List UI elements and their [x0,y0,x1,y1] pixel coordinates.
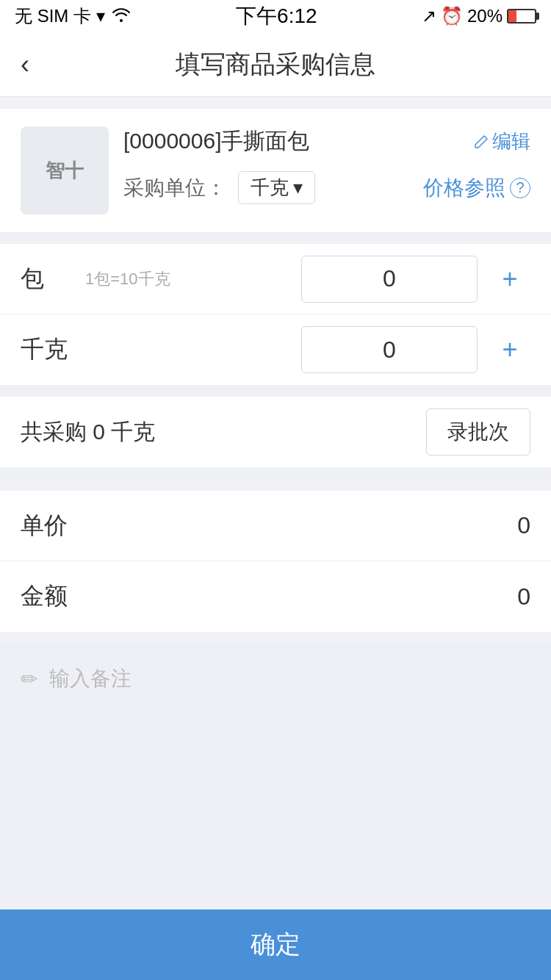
battery-percent: 20% [467,6,503,26]
plus-btn-bao[interactable]: + [489,259,530,300]
pencil-icon: ✏ [21,667,37,691]
row-sublabel-bao: 1包=10千克 [85,268,170,290]
page-title: 填写商品采购信息 [176,48,375,82]
product-image-text: 智十 [46,158,84,184]
record-batch-button[interactable]: 录批次 [426,408,530,455]
location-icon: ↗ [422,6,436,26]
back-button[interactable]: ‹ [21,49,29,80]
price-value-amount: 0 [517,583,530,610]
confirm-button-label: 确定 [251,928,300,962]
confirm-button[interactable]: 确定 [0,909,551,980]
product-image: 智十 [21,126,109,215]
price-ref-label: 价格参照 [423,174,505,202]
price-row-amount: 金额 0 [0,561,551,632]
product-name: [0000006]手撕面包 [123,126,309,156]
note-section[interactable]: ✏ 输入备注 [0,644,551,714]
price-row-unit: 单价 0 [0,491,551,561]
unit-select[interactable]: 千克 ▾ [238,171,315,204]
quantity-section: 包 1包=10千克 + 千克 + [0,244,551,385]
quantity-row-kg: 千克 + [0,314,551,385]
section-divider-2 [0,385,551,397]
price-label-amount: 金额 [21,580,68,613]
total-row: 共采购 0 千克 录批次 [0,397,551,467]
battery-icon [507,9,536,24]
product-card: 智十 [0000006]手撕面包 编辑 采购单位： 千克 ▾ 价格参照 ? [0,109,551,232]
product-unit-row: 采购单位： 千克 ▾ 价格参照 ? [123,171,530,204]
status-left: 无 SIM 卡 ▾ [15,4,132,28]
product-info: [0000006]手撕面包 编辑 采购单位： 千克 ▾ 价格参照 ? [123,126,530,204]
row-label-kg: 千克 [21,334,79,366]
wifi-icon [111,6,132,26]
section-divider-3 [0,467,551,479]
edit-button[interactable]: 编辑 [473,129,530,154]
price-section: 单价 0 金额 0 [0,491,551,632]
alarm-icon: ⏰ [441,6,463,26]
product-name-row: [0000006]手撕面包 编辑 [123,126,530,156]
status-time: 下午6:12 [236,2,317,30]
unit-value: 千克 [251,175,289,201]
price-label-unit: 单价 [21,510,68,542]
status-right: ↗ ⏰ 20% [422,6,536,26]
status-bar: 无 SIM 卡 ▾ 下午6:12 ↗ ⏰ 20% [0,0,551,32]
quantity-input-bao[interactable] [301,256,478,303]
row-input-wrapper-kg: + [79,326,530,373]
row-input-wrapper-bao: + [170,256,530,303]
section-divider-1 [0,232,551,244]
total-label: 共采购 0 千克 [21,417,155,447]
price-ref-help-icon: ? [510,178,530,198]
row-label-bao: 包 [21,263,79,295]
quantity-input-kg[interactable] [301,326,478,373]
quantity-row-bao: 包 1包=10千克 + [0,244,551,314]
nav-bar: ‹ 填写商品采购信息 [0,32,551,97]
unit-dropdown-icon: ▾ [293,176,303,199]
price-value-unit: 0 [517,512,530,539]
price-ref-button[interactable]: 价格参照 ? [423,174,530,202]
note-placeholder: 输入备注 [49,665,132,693]
unit-prefix: 采购单位： [123,174,226,202]
plus-btn-kg[interactable]: + [489,329,530,370]
sim-label: 无 SIM 卡 ▾ [15,4,105,28]
